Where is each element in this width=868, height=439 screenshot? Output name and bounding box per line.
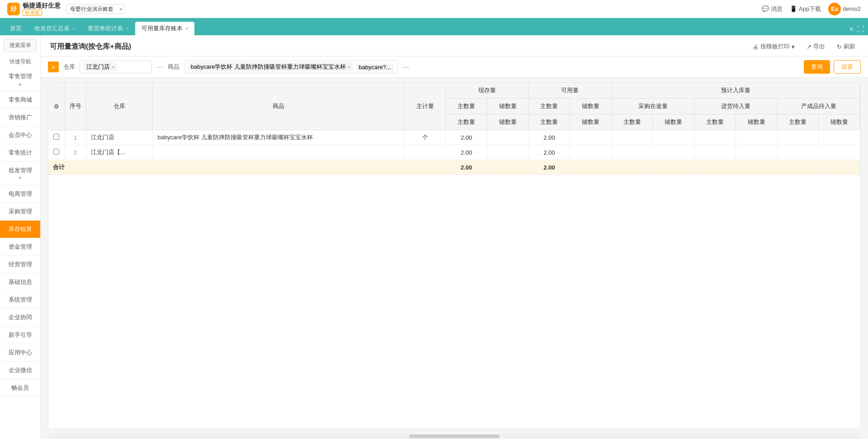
close-all-tabs-btn[interactable]: × [849, 25, 854, 33]
main-unit-column-header: 主计量 [404, 83, 446, 130]
scrollbar-thumb[interactable] [409, 434, 500, 438]
sidebar-item-basic-info[interactable]: 基础信息 [0, 274, 40, 291]
stock-main-qty-sub-header: 主数量 [446, 114, 487, 130]
export-btn[interactable]: ↗ 导出 [803, 41, 829, 52]
more-filter-btn[interactable]: ··· [156, 62, 163, 72]
row-stock-sub [487, 130, 528, 145]
summary-purchase-sub [653, 160, 694, 175]
sidebar-search-area: 搜索菜单 [0, 35, 40, 56]
row-avail-main: 2.00 [528, 130, 570, 145]
user-menu[interactable]: Ea demo2 [828, 3, 861, 15]
remove-warehouse-tag[interactable]: × [112, 64, 114, 70]
sidebar-item-member-plus[interactable]: 畅会员 [0, 379, 40, 397]
row-stock-main: 2.00 [446, 130, 487, 145]
sidebar-item-retail-mgmt[interactable]: 零售管理 ▲ [0, 68, 40, 91]
quick-nav-btn[interactable]: 快捷导航 [0, 56, 40, 68]
sidebar-item-enterprise[interactable]: 企业协同 [0, 309, 40, 326]
print-template-btn[interactable]: 🖨 按模板打印 ▾ [749, 41, 798, 52]
message-icon: 💬 [762, 5, 769, 12]
avail-main-qty-sub-header: 主数量 [528, 114, 570, 130]
stock-sub-qty-sub-header: 辅数量 [487, 114, 528, 130]
sidebar-item-purchase[interactable]: 采购管理 [0, 203, 40, 221]
row-stock-main: 2.00 [446, 145, 487, 160]
summary-purchase-main [611, 160, 653, 175]
tab-inventory[interactable]: 可用量库存账本 × [135, 22, 194, 35]
summary-prod-main [777, 160, 819, 175]
filter-expand-btn[interactable]: » [48, 61, 59, 72]
expand-tabs-btn[interactable]: ⛶ [857, 25, 864, 33]
sidebar-item-operations[interactable]: 经营管理 [0, 256, 40, 274]
page-title: 可用量查询(按仓库+商品) [50, 42, 131, 52]
sidebar-item-new-guide[interactable]: 新手引导 [0, 326, 40, 344]
summary-prod-sub [819, 160, 860, 175]
stock-group-header: 现存量 [446, 83, 528, 99]
remove-product-tag-1[interactable]: × [348, 64, 350, 70]
warehouse-tag: 江北门店 × [84, 62, 117, 71]
tab-orders[interactable]: 要货单统计表 × [81, 22, 135, 35]
sidebar: 搜索菜单 快捷导航 零售管理 ▲ 零售商城 营销推广 会员中心 零售统计 批发管… [0, 35, 41, 439]
top-bar-left: 好 畅捷通好生意 标准版 母婴行业演示账套 [7, 1, 125, 17]
industry-select[interactable]: 母婴行业演示账套 [66, 4, 125, 14]
industry-selector[interactable]: 母婴行业演示账套 [66, 4, 125, 14]
summary-stock-main: 2.00 [446, 160, 487, 175]
nav-tabs: 首页 收发存汇总表 × 要货单统计表 × 可用量库存账本 × × ⛶ [0, 18, 868, 35]
avail-sub-qty-header: 辅数量 [570, 99, 612, 114]
tab-receipts[interactable]: 收发存汇总表 × [28, 22, 81, 35]
close-inventory-tab[interactable]: × [185, 26, 188, 31]
settings-icon: ⚙ [54, 103, 59, 110]
row-warehouse: 江北门店【... [86, 145, 153, 160]
sidebar-item-finance[interactable]: 资金管理 [0, 238, 40, 256]
sidebar-item-retail-stats[interactable]: 零售统计 [0, 144, 40, 162]
summary-avail-main: 2.00 [528, 160, 570, 175]
tab-home[interactable]: 首页 [4, 22, 28, 35]
refresh-btn[interactable]: ↻ 刷新 [833, 41, 859, 52]
row-checkbox[interactable] [48, 145, 65, 160]
page-actions: 🖨 按模板打印 ▾ ↗ 导出 ↻ 刷新 [749, 41, 859, 52]
close-orders-tab[interactable]: × [126, 26, 128, 31]
app-download-btn[interactable]: 📱 App下载 [790, 5, 821, 13]
sidebar-item-enterprise-wechat[interactable]: 企业微信 [0, 362, 40, 379]
horizontal-scrollbar[interactable] [48, 434, 861, 439]
table-container: ⚙ 序号 仓库 商品 主计量 现存量 可用量 预计入库量 主数量 辅数量 主数量 [48, 82, 861, 429]
row-main-unit: 个 [404, 130, 446, 145]
row-avail-sub [570, 130, 612, 145]
row-avail-main: 2.00 [528, 145, 570, 160]
sidebar-item-ecommerce[interactable]: 电商管理 [0, 185, 40, 203]
refresh-icon: ↻ [837, 43, 842, 50]
close-receipts-tab[interactable]: × [72, 26, 75, 31]
inventory-table: ⚙ 序号 仓库 商品 主计量 现存量 可用量 预计入库量 主数量 辅数量 主数量 [48, 83, 860, 175]
message-btn[interactable]: 💬 消息 [762, 5, 783, 13]
page-header: 可用量查询(按仓库+商品) 🖨 按模板打印 ▾ ↗ 导出 ↻ 刷新 [41, 35, 868, 57]
row-no: 2 [65, 145, 86, 160]
purchase-in-transit-header: 采购在途量 [611, 99, 694, 114]
warehouse-filter-label: 仓库 [63, 63, 75, 71]
search-menu-btn[interactable]: 搜索菜单 [4, 39, 37, 52]
more-product-btn[interactable]: ··· [402, 62, 409, 72]
settings-column-header[interactable]: ⚙ [48, 83, 65, 130]
logo-icon: 好 [7, 3, 20, 15]
stock-sub-qty-header: 辅数量 [487, 99, 528, 114]
filter-actions: 查询 设置 [804, 60, 861, 74]
row-prod-main [777, 145, 819, 160]
sidebar-item-inventory[interactable]: 库存核算 [0, 221, 40, 238]
sidebar-item-members[interactable]: 会员中心 [0, 127, 40, 144]
avail-main-qty-header: 主数量 [528, 99, 570, 114]
summary-stock-sub [487, 160, 528, 175]
arrival-sub-sub-header: 辅数量 [736, 114, 777, 130]
summary-arrival-sub [736, 160, 777, 175]
sidebar-item-system[interactable]: 系统管理 [0, 291, 40, 309]
row-main-unit [404, 145, 446, 160]
sidebar-item-app-center[interactable]: 应用中心 [0, 344, 40, 362]
row-checkbox[interactable] [48, 130, 65, 145]
row-avail-sub [570, 145, 612, 160]
query-btn[interactable]: 查询 [804, 60, 830, 74]
product-filter-input[interactable]: babycare学饮杯 儿童防摔防撞吸管杯重力球吸嘴杯宝宝水杯 × babyca… [184, 61, 398, 73]
sidebar-item-retail-shop[interactable]: 零售商城 [0, 91, 40, 109]
warehouse-column-header: 仓库 [86, 83, 153, 130]
warehouse-filter-input[interactable]: 江北门店 × [80, 61, 152, 73]
sidebar-item-marketing[interactable]: 营销推广 [0, 109, 40, 127]
product-column-header: 商品 [153, 83, 404, 130]
sidebar-item-wholesale[interactable]: 批发管理 ▼ [0, 162, 40, 185]
setting-btn[interactable]: 设置 [834, 60, 861, 74]
content-area: 可用量查询(按仓库+商品) 🖨 按模板打印 ▾ ↗ 导出 ↻ 刷新 » [41, 35, 868, 439]
